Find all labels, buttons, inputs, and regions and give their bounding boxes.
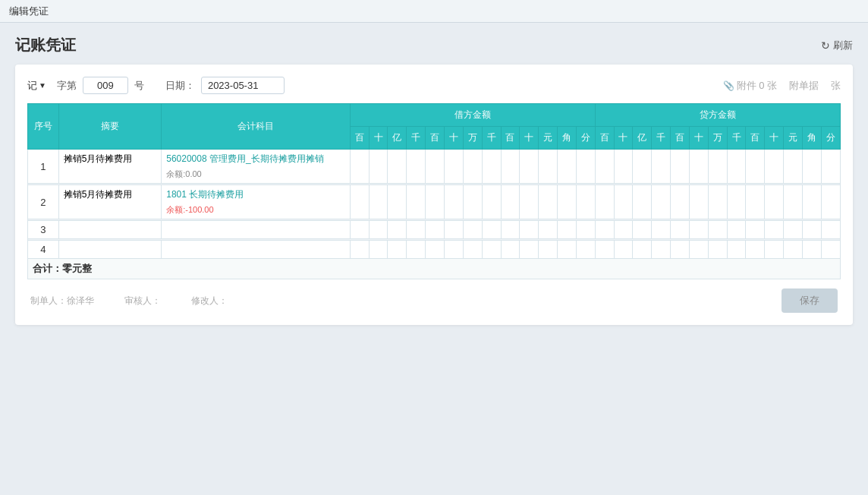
credit-digit-3-5[interactable] (689, 241, 708, 259)
debit-digit-2-9[interactable] (520, 221, 539, 239)
debit-digit-3-11[interactable] (558, 241, 577, 259)
credit-digit-3-6[interactable] (708, 241, 727, 259)
debit-digit-1-8[interactable] (501, 185, 520, 219)
debit-digit-0-3[interactable] (407, 150, 426, 184)
credit-digit-0-0[interactable] (595, 150, 614, 184)
date-input[interactable] (201, 77, 285, 94)
credit-digit-2-1[interactable] (614, 221, 633, 239)
debit-digit-0-2[interactable] (388, 150, 407, 184)
credit-digit-0-3[interactable] (652, 150, 671, 184)
debit-digit-0-12[interactable] (576, 150, 595, 184)
debit-digit-3-5[interactable] (444, 241, 463, 259)
credit-digit-1-6[interactable] (708, 185, 727, 219)
debit-digit-2-10[interactable] (539, 221, 558, 239)
debit-digit-2-8[interactable] (501, 221, 520, 239)
debit-digit-2-11[interactable] (558, 221, 577, 239)
debit-digit-1-1[interactable] (369, 185, 388, 219)
credit-digit-2-5[interactable] (689, 221, 708, 239)
credit-digit-1-10[interactable] (784, 185, 803, 219)
credit-digit-2-9[interactable] (765, 221, 784, 239)
summary-cell-2[interactable] (58, 221, 162, 239)
debit-digit-1-3[interactable] (407, 185, 426, 219)
credit-digit-1-8[interactable] (746, 185, 765, 219)
credit-digit-2-7[interactable] (727, 221, 746, 239)
debit-digit-2-5[interactable] (444, 221, 463, 239)
credit-digit-0-7[interactable] (727, 150, 746, 184)
debit-digit-0-8[interactable] (501, 150, 520, 184)
credit-digit-2-12[interactable] (821, 221, 840, 239)
save-button[interactable]: 保存 (782, 288, 838, 313)
credit-digit-3-1[interactable] (614, 241, 633, 259)
credit-digit-2-6[interactable] (708, 221, 727, 239)
credit-digit-1-5[interactable] (689, 185, 708, 219)
debit-digit-3-8[interactable] (501, 241, 520, 259)
account-cell-2[interactable] (162, 221, 351, 239)
credit-digit-0-9[interactable] (765, 150, 784, 184)
debit-digit-1-6[interactable] (463, 185, 482, 219)
credit-digit-1-9[interactable] (765, 185, 784, 219)
debit-digit-3-7[interactable] (482, 241, 501, 259)
account-cell-0[interactable]: 56020008 管理费用_长期待摊费用摊销余额:0.00 (162, 150, 351, 184)
debit-digit-3-0[interactable] (350, 241, 369, 259)
debit-digit-2-6[interactable] (463, 221, 482, 239)
debit-digit-0-1[interactable] (369, 150, 388, 184)
credit-digit-0-2[interactable] (633, 150, 652, 184)
debit-digit-3-1[interactable] (369, 241, 388, 259)
credit-digit-0-8[interactable] (746, 150, 765, 184)
credit-digit-0-6[interactable] (708, 150, 727, 184)
credit-digit-0-12[interactable] (821, 150, 840, 184)
credit-digit-2-0[interactable] (595, 221, 614, 239)
debit-digit-0-11[interactable] (558, 150, 577, 184)
debit-digit-2-7[interactable] (482, 221, 501, 239)
credit-digit-1-2[interactable] (633, 185, 652, 219)
debit-digit-0-0[interactable] (350, 150, 369, 184)
debit-digit-2-4[interactable] (426, 221, 445, 239)
credit-digit-2-4[interactable] (671, 221, 690, 239)
credit-digit-1-12[interactable] (821, 185, 840, 219)
debit-digit-0-5[interactable] (444, 150, 463, 184)
credit-digit-1-0[interactable] (595, 185, 614, 219)
credit-digit-0-4[interactable] (671, 150, 690, 184)
debit-digit-3-4[interactable] (426, 241, 445, 259)
credit-digit-3-3[interactable] (652, 241, 671, 259)
credit-digit-3-9[interactable] (765, 241, 784, 259)
summary-cell-3[interactable] (58, 241, 162, 259)
debit-digit-3-10[interactable] (539, 241, 558, 259)
debit-digit-1-7[interactable] (482, 185, 501, 219)
credit-digit-2-3[interactable] (652, 221, 671, 239)
account-cell-1[interactable]: 1801 长期待摊费用余额:-100.00 (162, 185, 351, 219)
debit-digit-0-4[interactable] (426, 150, 445, 184)
debit-digit-0-7[interactable] (482, 150, 501, 184)
credit-digit-0-11[interactable] (803, 150, 822, 184)
credit-digit-3-11[interactable] (803, 241, 822, 259)
debit-digit-1-9[interactable] (520, 185, 539, 219)
summary-cell-0[interactable]: 摊销5月待摊费用 (58, 150, 162, 184)
credit-digit-3-12[interactable] (821, 241, 840, 259)
debit-digit-2-1[interactable] (369, 221, 388, 239)
debit-digit-2-2[interactable] (388, 221, 407, 239)
debit-digit-1-4[interactable] (426, 185, 445, 219)
credit-digit-1-7[interactable] (727, 185, 746, 219)
credit-digit-3-10[interactable] (784, 241, 803, 259)
debit-digit-1-2[interactable] (388, 185, 407, 219)
debit-digit-0-6[interactable] (463, 150, 482, 184)
debit-digit-3-9[interactable] (520, 241, 539, 259)
credit-digit-2-8[interactable] (746, 221, 765, 239)
debit-digit-1-12[interactable] (576, 185, 595, 219)
attachment-link[interactable]: 📎 附件 0 张 (723, 79, 777, 93)
debit-digit-3-6[interactable] (463, 241, 482, 259)
debit-digit-3-12[interactable] (576, 241, 595, 259)
credit-digit-1-4[interactable] (671, 185, 690, 219)
credit-digit-0-1[interactable] (614, 150, 633, 184)
debit-digit-0-10[interactable] (539, 150, 558, 184)
credit-digit-1-3[interactable] (652, 185, 671, 219)
debit-digit-1-10[interactable] (539, 185, 558, 219)
summary-cell-1[interactable]: 摊销5月待摊费用 (58, 185, 162, 219)
debit-digit-3-2[interactable] (388, 241, 407, 259)
voucher-number-input[interactable] (83, 77, 128, 94)
credit-digit-0-5[interactable] (689, 150, 708, 184)
credit-digit-3-7[interactable] (727, 241, 746, 259)
credit-digit-3-4[interactable] (671, 241, 690, 259)
debit-digit-1-0[interactable] (350, 185, 369, 219)
credit-digit-2-2[interactable] (633, 221, 652, 239)
